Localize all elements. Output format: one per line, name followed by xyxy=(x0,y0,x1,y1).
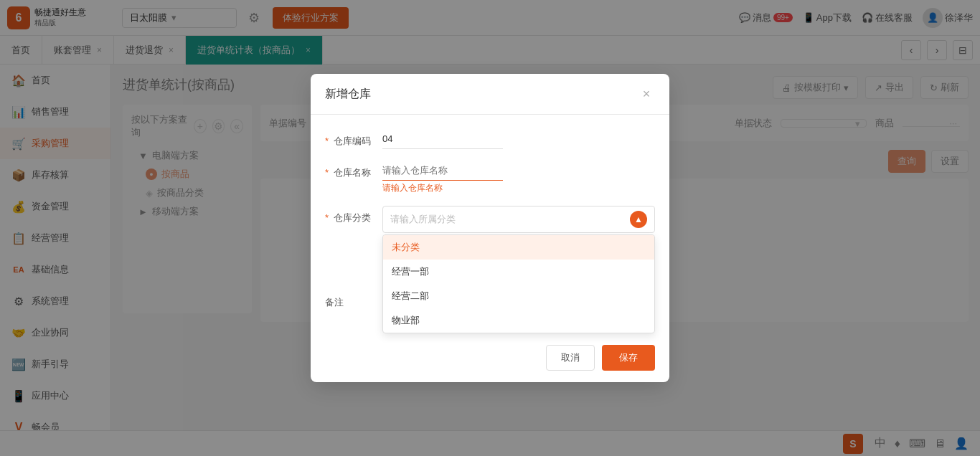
name-label: * 仓库名称 xyxy=(325,161,382,179)
code-input[interactable] xyxy=(382,129,503,149)
remark-label: 备注 xyxy=(325,290,382,309)
category-label: * 仓库分类 xyxy=(325,206,382,224)
category-field-row: * 仓库分类 请输入所属分类 ▲ 未分类 经营一部 经营二部 物业部 xyxy=(325,206,655,233)
modal-footer: 取消 保存 xyxy=(311,336,669,382)
dropdown-item-property[interactable]: 物业部 xyxy=(383,308,654,333)
name-input[interactable] xyxy=(382,161,503,181)
category-input-wrapper: 请输入所属分类 ▲ 未分类 经营一部 经营二部 物业部 xyxy=(382,206,655,233)
dropdown-item-uncategorized[interactable]: 未分类 xyxy=(383,235,654,260)
category-dropdown[interactable]: 请输入所属分类 ▲ xyxy=(382,206,655,233)
name-error-tip: 请输入仓库名称 xyxy=(382,182,655,194)
dropdown-item-ops2[interactable]: 经营二部 xyxy=(383,284,654,308)
category-placeholder: 请输入所属分类 xyxy=(390,213,456,226)
cancel-button[interactable]: 取消 xyxy=(546,345,595,371)
modal-body: * 仓库编码 * 仓库名称 请输入仓库名称 xyxy=(311,115,669,336)
modal-title: 新增仓库 xyxy=(325,87,371,102)
modal-header: 新增仓库 × xyxy=(311,74,669,115)
name-input-wrapper: 请输入仓库名称 xyxy=(382,161,655,194)
dropdown-arrow-up-icon: ▲ xyxy=(630,211,647,228)
category-required-icon: * xyxy=(325,212,329,223)
new-warehouse-modal: 新增仓库 × * 仓库编码 * 仓库名称 xyxy=(311,74,669,382)
name-field-row: * 仓库名称 请输入仓库名称 xyxy=(325,161,655,194)
modal-overlay: 新增仓库 × * 仓库编码 * 仓库名称 xyxy=(0,0,980,456)
dropdown-item-ops1[interactable]: 经营一部 xyxy=(383,260,654,284)
code-input-wrapper xyxy=(382,129,655,149)
code-label: * 仓库编码 xyxy=(325,129,382,148)
name-required-icon: * xyxy=(325,167,329,178)
modal-close-button[interactable]: × xyxy=(638,85,655,103)
code-field-row: * 仓库编码 xyxy=(325,129,655,149)
category-dropdown-list: 未分类 经营一部 经营二部 物业部 xyxy=(382,234,655,333)
save-button[interactable]: 保存 xyxy=(602,345,655,371)
required-icon: * xyxy=(325,136,329,146)
